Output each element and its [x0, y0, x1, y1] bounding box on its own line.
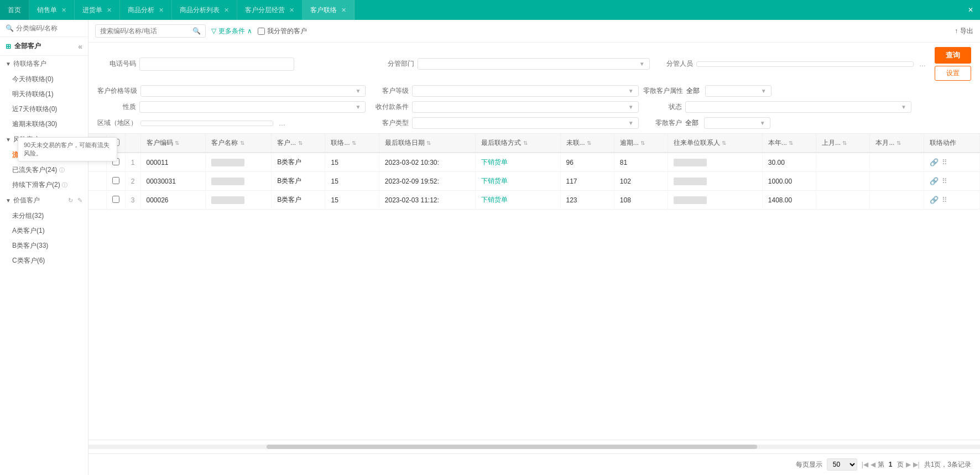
table-header-type[interactable]: 客户... ⇅: [272, 134, 325, 153]
row-checkbox-2[interactable]: [112, 196, 119, 203]
row-num-0: 1: [125, 153, 140, 172]
table-header-last-date[interactable]: 最后联络日期 ⇅: [379, 134, 476, 153]
close-customer-link-tab-icon[interactable]: ✕: [341, 7, 346, 14]
table-header-contact-count[interactable]: 联络... ⇅: [325, 134, 379, 153]
filter-status-select[interactable]: ▼: [685, 101, 911, 113]
row-name-1: [206, 172, 272, 191]
settings-button[interactable]: 设置: [935, 66, 971, 81]
sidebar-item-tomorrow[interactable]: 明天待联络(1): [0, 87, 88, 102]
close-goods-analysis-list-tab-icon[interactable]: ✕: [224, 7, 229, 14]
sidebar-item-churned[interactable]: 已流失客户(24) ⓘ: [0, 163, 88, 178]
row-gear-1: [88, 172, 106, 191]
filter-price-level-select[interactable]: ▼: [140, 85, 366, 97]
scrollbar-track[interactable]: [88, 445, 980, 449]
row-action-link-1[interactable]: 🔗: [930, 177, 939, 185]
close-all-tabs-button[interactable]: ✕: [961, 0, 980, 20]
row-last-method-0[interactable]: 下销货单: [476, 153, 560, 172]
manager-extra-button[interactable]: …: [917, 60, 928, 68]
prev-page-button[interactable]: ◀: [870, 461, 875, 468]
pagination-nav: |◀ ◀ 第 1 页 ▶ ▶|: [862, 460, 920, 469]
tab-purchase[interactable]: 进货单 ✕: [75, 0, 120, 20]
table-header-related-contact[interactable]: 往来单位联系人 ⇅: [668, 134, 763, 153]
row-method-link-0[interactable]: 下销货单: [481, 158, 508, 166]
row-checkbox-col-2[interactable]: [106, 191, 125, 210]
filter-customer-type-select[interactable]: ▼: [412, 117, 638, 129]
next-page-button[interactable]: ▶: [906, 461, 911, 468]
export-button[interactable]: ↑ 导出: [955, 27, 973, 36]
filter-search-input[interactable]: [100, 27, 190, 35]
sidebar-item-class-b[interactable]: B类客户(33): [0, 238, 88, 253]
row-method-link-1[interactable]: 下销货单: [481, 177, 508, 185]
filter-nature-select[interactable]: ▼: [139, 101, 366, 113]
table-header-this-month[interactable]: 本月... ⇅: [870, 134, 924, 153]
sidebar-item-class-a[interactable]: A类客户(1): [0, 223, 88, 238]
table-header-code[interactable]: 客户编码 ⇅: [140, 134, 206, 153]
filter-search-box[interactable]: 🔍: [95, 24, 206, 38]
filter-customer-level-select[interactable]: ▼: [412, 85, 638, 97]
page-suffix: 页: [897, 460, 904, 469]
tab-sales[interactable]: 销售单 ✕: [29, 0, 75, 20]
sidebar-item-7days[interactable]: 近7天待联络(0): [0, 102, 88, 117]
sort-this-month-icon: ⇅: [896, 140, 901, 146]
close-goods-analysis-tab-icon[interactable]: ✕: [159, 7, 164, 14]
more-conditions-button[interactable]: ▽ 更多条件 ∧: [211, 27, 252, 36]
row-action-link-0[interactable]: 🔗: [930, 158, 939, 166]
table-header-uncontacted[interactable]: 未联... ⇅: [560, 134, 614, 153]
filter-region-select[interactable]: [140, 121, 273, 126]
edit-icon[interactable]: ✎: [77, 197, 82, 204]
action-buttons: 查询 设置: [935, 47, 971, 81]
sidebar-item-overdue[interactable]: 逾期未联络(30): [0, 117, 88, 132]
sidebar-item-class-c[interactable]: C类客户(6): [0, 253, 88, 268]
first-page-button[interactable]: |◀: [862, 461, 868, 468]
table-header-last-month[interactable]: 上月... ⇅: [816, 134, 870, 153]
table-header-this-year[interactable]: 本年... ⇅: [762, 134, 816, 153]
close-customer-segment-tab-icon[interactable]: ✕: [289, 7, 294, 14]
filter-payment-select[interactable]: ▼: [412, 101, 638, 113]
row-action-menu-1[interactable]: ⠿: [942, 177, 947, 185]
my-customers-checkbox[interactable]: [258, 28, 265, 35]
table-header-overdue[interactable]: 逾期... ⇅: [614, 134, 668, 153]
tab-goods-analysis[interactable]: 商品分析 ✕: [120, 0, 172, 20]
tab-customer-segment[interactable]: 客户分层经营 ✕: [237, 0, 303, 20]
more-conditions-label: 更多条件: [218, 27, 245, 36]
row-action-menu-2[interactable]: ⠿: [942, 196, 947, 204]
row-last-method-1[interactable]: 下销货单: [476, 172, 560, 191]
section-pending-label: 待联络客户: [13, 59, 46, 69]
query-button[interactable]: 查询: [935, 47, 971, 64]
collapse-sidebar-icon[interactable]: «: [78, 42, 82, 51]
filter-manager-select[interactable]: [696, 61, 914, 67]
refresh-icon[interactable]: ↻: [68, 197, 73, 204]
sidebar-item-today[interactable]: 今天待联络(0): [0, 72, 88, 87]
per-page-select[interactable]: 50 100 200: [827, 458, 857, 471]
row-checkbox-col-1[interactable]: [106, 172, 125, 191]
table-header-name[interactable]: 客户名称 ⇅: [206, 134, 272, 153]
last-page-button[interactable]: ▶|: [913, 461, 920, 468]
row-checkbox-1[interactable]: [112, 177, 119, 184]
my-customers-checkbox-label[interactable]: 我分管的客户: [258, 27, 307, 36]
row-action-link-2[interactable]: 🔗: [930, 196, 939, 204]
close-purchase-tab-icon[interactable]: ✕: [107, 7, 112, 14]
sidebar-search-input[interactable]: [16, 24, 82, 32]
horizontal-scrollbar[interactable]: [88, 440, 980, 453]
sidebar-item-ungrouped[interactable]: 未分组(32): [0, 208, 88, 223]
filter-zero-attr-select[interactable]: ▼: [705, 85, 772, 97]
scrollbar-thumb[interactable]: [267, 445, 757, 449]
region-extra-button[interactable]: …: [277, 119, 288, 127]
row-method-link-2[interactable]: 下销货单: [481, 196, 508, 203]
close-sales-tab-icon[interactable]: ✕: [61, 7, 66, 14]
sidebar-section-value-title[interactable]: ▼ 价值客户 ↻ ✎: [0, 192, 88, 208]
sidebar-item-declining[interactable]: 持续下滑客户(2) ⓘ: [0, 178, 88, 192]
filter-zero-customer-select[interactable]: ▼: [704, 117, 770, 129]
sidebar-all-customers[interactable]: ⊞ 全部客户 «: [0, 37, 88, 56]
tab-goods-analysis-list[interactable]: 商品分析列表 ✕: [172, 0, 237, 20]
table-header-last-method[interactable]: 最后联络方式 ⇅: [476, 134, 560, 153]
sidebar-section-pending-title[interactable]: ▼ 待联络客户: [0, 56, 88, 72]
tab-customer-link[interactable]: 客户联络 ✕: [303, 0, 355, 20]
tab-home[interactable]: 首页: [0, 0, 29, 20]
filter-search-icon[interactable]: 🔍: [192, 27, 201, 35]
row-action-menu-0[interactable]: ⠿: [942, 158, 947, 166]
filter-phone-input[interactable]: [139, 58, 294, 71]
row-type-0: B类客户: [272, 153, 325, 172]
row-last-method-2[interactable]: 下销货单: [476, 191, 560, 210]
filter-dept-select[interactable]: ▼: [418, 58, 649, 70]
